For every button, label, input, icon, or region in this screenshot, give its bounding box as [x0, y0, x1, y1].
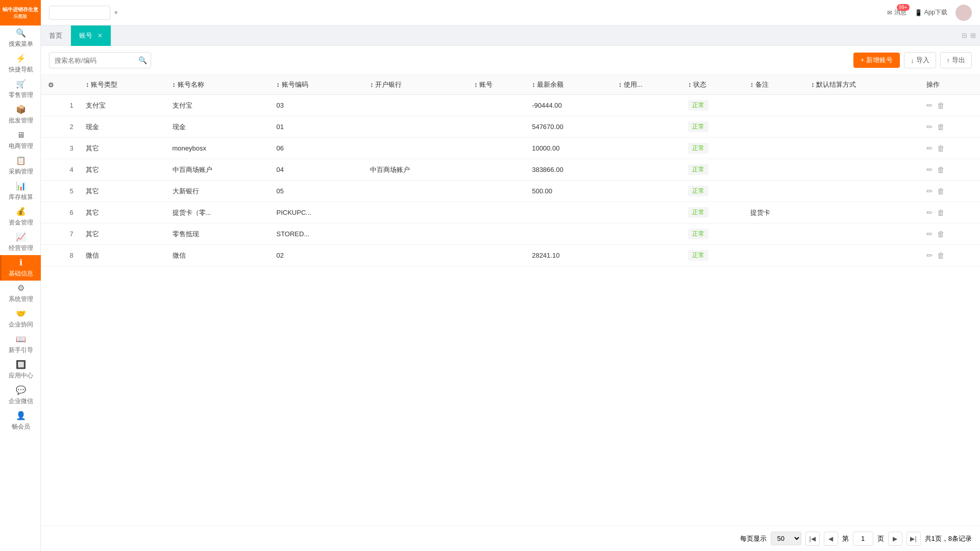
- th-status[interactable]: ↕ 状态: [684, 75, 746, 95]
- dropdown-icon[interactable]: ▾: [114, 9, 118, 16]
- th-num: [61, 75, 82, 95]
- th-account[interactable]: ↕ 账号: [470, 75, 528, 95]
- edit-button[interactable]: ✏: [926, 122, 933, 132]
- table-row: 6 其它 提货卡（零... PICKUPC... 正常 提货卡 ✏ 🗑: [41, 202, 980, 223]
- sidebar-item-guide[interactable]: 📖 新手引导: [0, 332, 41, 357]
- tab-home[interactable]: 首页: [41, 26, 71, 46]
- row-name: 提货卡（零...: [168, 202, 273, 223]
- delete-button[interactable]: 🗑: [937, 101, 945, 110]
- sidebar-item-inventory[interactable]: 📊 库存核算: [0, 179, 41, 204]
- app-download-button[interactable]: 📱 App下载: [915, 8, 947, 17]
- accounts-table: ⚙ ↕ 账号类型 ↕ 账号名称 ↕ 账号编码 ↕ 开户银行 ↕ 账号 ↕ 最新余…: [41, 75, 980, 266]
- row-account: [470, 138, 528, 159]
- content-header: 🔍 + 新增账号 ↓ 导入 ↑ 导出: [41, 46, 980, 75]
- edit-button[interactable]: ✏: [926, 230, 933, 239]
- sidebar-item-purchase[interactable]: 📋 采购管理: [0, 153, 41, 179]
- page-size-label: 每页显示: [740, 534, 767, 543]
- notification-button[interactable]: ✉ 消息 99+: [887, 8, 906, 17]
- th-usage[interactable]: ↕ 使用...: [615, 75, 684, 95]
- sidebar-item-retail[interactable]: 🛒 零售管理: [0, 77, 41, 102]
- sidebar-item-system[interactable]: ⚙ 系统管理: [0, 281, 41, 306]
- table-row: 3 其它 moneybosx 06 10000.00 正常 ✏ 🗑: [41, 138, 980, 159]
- row-bank: [366, 138, 470, 159]
- delete-button[interactable]: 🗑: [937, 208, 945, 217]
- prev-page-button[interactable]: ◀: [824, 532, 838, 546]
- header-actions: + 新增账号 ↓ 导入 ↑ 导出: [853, 52, 972, 68]
- tab-maximize-icon[interactable]: ⊞: [970, 32, 976, 39]
- th-name[interactable]: ↕ 账号名称: [168, 75, 273, 95]
- th-balance[interactable]: ↕ 最新余额: [528, 75, 615, 95]
- import-icon: ↓: [911, 57, 914, 64]
- row-name: 支付宝: [168, 95, 273, 116]
- sidebar-item-search-order[interactable]: 🔍 搜索菜单: [0, 26, 41, 51]
- edit-button[interactable]: ✏: [926, 101, 933, 110]
- th-code[interactable]: ↕ 账号编码: [272, 75, 366, 95]
- sidebar-item-basic[interactable]: ℹ 基础信息: [0, 255, 41, 281]
- row-settings: [41, 116, 61, 138]
- edit-button[interactable]: ✏: [926, 208, 933, 217]
- row-bank: [366, 202, 470, 223]
- th-type[interactable]: ↕ 账号类型: [82, 75, 168, 95]
- member-icon: 👤: [16, 411, 26, 420]
- delete-button[interactable]: 🗑: [937, 230, 945, 238]
- delete-button[interactable]: 🗑: [937, 165, 945, 174]
- account-search-input[interactable]: [49, 52, 151, 68]
- edit-button[interactable]: ✏: [926, 251, 933, 260]
- row-num: 4: [61, 159, 82, 181]
- row-settings: [41, 202, 61, 223]
- ecommerce-icon: 🖥: [17, 131, 25, 140]
- first-page-button[interactable]: |◀: [805, 532, 820, 546]
- delete-button[interactable]: 🗑: [937, 144, 945, 153]
- export-button[interactable]: ↑ 导出: [940, 52, 972, 68]
- row-default-settle: [807, 116, 922, 138]
- sidebar-item-member[interactable]: 👤 畅会员: [0, 408, 41, 434]
- delete-button[interactable]: 🗑: [937, 251, 945, 260]
- th-bank[interactable]: ↕ 开户银行: [366, 75, 470, 95]
- sidebar-item-wholesale[interactable]: 📦 批发管理: [0, 102, 41, 128]
- sidebar-item-shortcut[interactable]: ⚡ 快捷导航: [0, 51, 41, 77]
- inventory-icon: 📊: [16, 181, 26, 191]
- import-button[interactable]: ↓ 导入: [904, 52, 936, 68]
- row-bank: [366, 116, 470, 138]
- sidebar-item-ecommerce[interactable]: 🖥 电商管理: [0, 128, 41, 153]
- row-type: 其它: [82, 159, 168, 181]
- delete-button[interactable]: 🗑: [937, 122, 945, 131]
- tab-minimize-icon[interactable]: ⊟: [962, 32, 967, 39]
- row-usage: [615, 245, 684, 266]
- sidebar-item-agreement[interactable]: 🤝 企业协同: [0, 306, 41, 332]
- sidebar-item-wholesale-label: 批发管理: [9, 116, 33, 125]
- row-usage: [615, 181, 684, 202]
- row-status: 正常: [684, 138, 746, 159]
- row-name: 零售抵现: [168, 223, 273, 245]
- row-type: 其它: [82, 202, 168, 223]
- notification-badge: 99+: [897, 4, 910, 11]
- th-remark[interactable]: ↕ 备注: [746, 75, 807, 95]
- row-type: 其它: [82, 181, 168, 202]
- current-page-input[interactable]: [853, 532, 873, 546]
- edit-button[interactable]: ✏: [926, 187, 933, 196]
- tab-account[interactable]: 账号 ✕: [71, 26, 111, 46]
- th-default-settle[interactable]: ↕ 默认结算方式: [807, 75, 922, 95]
- row-num: 8: [61, 245, 82, 266]
- row-status: 正常: [684, 202, 746, 223]
- edit-button[interactable]: ✏: [926, 144, 933, 153]
- last-page-button[interactable]: ▶|: [906, 532, 921, 546]
- row-account: [470, 159, 528, 181]
- user-avatar[interactable]: [955, 5, 972, 21]
- row-actions: ✏ 🗑: [922, 138, 980, 159]
- search-icon[interactable]: 🔍: [138, 56, 147, 64]
- sidebar: 蜗牛进销存生意 乐惠版 🔍 搜索菜单 ⚡ 快捷导航 🛒 零售管理 📦 批发管理 …: [0, 0, 41, 551]
- page-size-select[interactable]: 50 100: [771, 532, 801, 545]
- sidebar-item-appcenter[interactable]: 🔲 应用中心: [0, 357, 41, 383]
- delete-button[interactable]: 🗑: [937, 187, 945, 195]
- edit-button[interactable]: ✏: [926, 165, 933, 174]
- th-settings[interactable]: ⚙: [41, 75, 61, 95]
- add-account-button[interactable]: + 新增账号: [853, 53, 900, 68]
- sidebar-item-business[interactable]: 📈 经营管理: [0, 230, 41, 255]
- sidebar-item-finance[interactable]: 💰 资金管理: [0, 204, 41, 230]
- wholesale-icon: 📦: [16, 105, 26, 114]
- top-search-input[interactable]: [49, 6, 110, 20]
- next-page-button[interactable]: ▶: [888, 532, 902, 546]
- tab-close-icon[interactable]: ✕: [97, 32, 103, 39]
- sidebar-item-wechat[interactable]: 💬 企业微信: [0, 383, 41, 408]
